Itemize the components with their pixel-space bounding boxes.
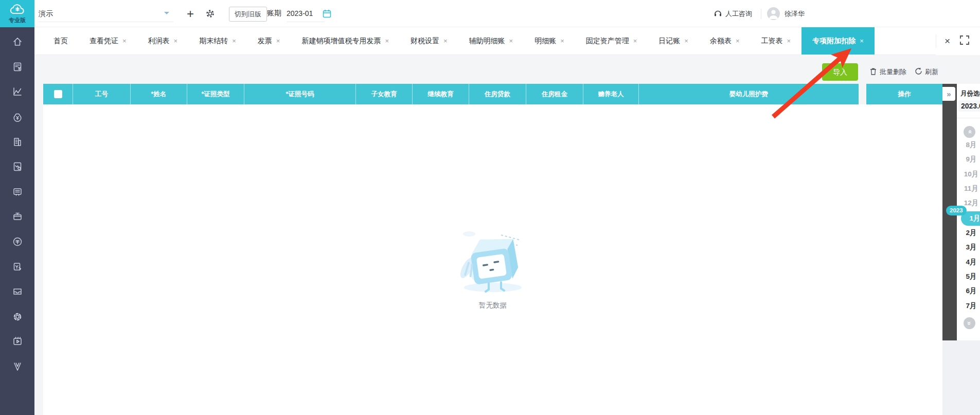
tab-9[interactable]: 固定资产管理× [575,27,648,55]
tab-close-icon[interactable]: × [276,37,280,45]
tab-label: 辅助明细账 [469,37,505,46]
column-header-6: 继续教育 [413,84,469,104]
sidebar-item-funds[interactable] [0,104,34,130]
month-item[interactable]: 3月 [957,242,980,252]
column-action: 操作 [866,84,942,104]
sidebar-item-home[interactable] [0,29,34,55]
select-all-checkbox[interactable] [54,90,62,98]
tab-close-icon[interactable]: × [560,37,564,45]
batch-delete-button[interactable]: 批量删除 [869,65,906,79]
avatar[interactable] [767,7,780,20]
home-icon [11,35,24,48]
month-item[interactable]: 9月 [957,154,980,165]
year-badge: 2023 [946,206,967,215]
month-item[interactable]: 8月 [957,140,980,150]
tab-label: 财税设置 [411,37,439,46]
tab-5[interactable]: 新建销项增值税专用发票× [291,27,400,55]
tab-11[interactable]: 余额表× [699,27,751,55]
v-logo-icon [11,360,24,373]
tab-6[interactable]: 财税设置× [400,27,458,55]
batch-delete-label: 批量删除 [880,67,906,77]
month-item[interactable]: 2月 [957,228,980,238]
refresh-button[interactable]: 刷新 [915,65,938,79]
settings-icon [11,311,24,323]
tab-label: 工资表 [761,37,783,46]
tab-3[interactable]: 期末结转× [188,27,247,55]
support-link[interactable]: 人工咨询 [714,0,752,27]
tutorial-icon [11,335,24,348]
app-logo[interactable]: 专业版 [0,0,34,27]
tab-label: 首页 [54,37,68,46]
chevron-down-icon[interactable] [164,12,169,17]
tab-close-icon[interactable]: × [232,37,236,45]
settings-gear-icon[interactable] [205,0,215,27]
sidebar-item-settings[interactable] [0,304,34,330]
cashier-icon [11,210,24,223]
tab-close-icon[interactable]: × [385,37,389,45]
tab-2[interactable]: 利润表× [137,27,189,55]
user-name[interactable]: 徐泽华 [785,0,805,27]
sidebar-item-voucher[interactable] [0,55,34,80]
tab-4[interactable]: 发票× [247,27,291,55]
sidebar-item-tutorial[interactable] [0,329,34,354]
month-item[interactable]: 5月 [957,272,980,282]
sidebar-item-company[interactable] [0,129,34,154]
fullscreen-icon[interactable] [959,35,970,47]
sidebar: 专业版 [0,0,34,415]
column-header-2: *姓名 [131,84,187,104]
switch-old-version-button[interactable]: 切到旧版 [229,7,267,22]
sidebar-item-v-logo[interactable] [0,354,34,380]
sidebar-item-inbox[interactable] [0,279,34,304]
sidebar-item-cashier[interactable] [0,204,34,229]
tab-8[interactable]: 明细账× [524,27,575,55]
tab-close-icon[interactable]: × [736,37,740,45]
tab-label: 明细账 [534,37,556,46]
collapse-panel-handle[interactable]: » [942,87,955,101]
tab-close-icon[interactable]: × [684,37,688,45]
sidebar-item-reports[interactable] [0,79,34,104]
tab-1[interactable]: 查看凭证× [79,27,137,55]
tab-12[interactable]: 工资表× [751,27,802,55]
tab-close-icon[interactable]: × [787,37,791,45]
company-selector[interactable]: 演示 [39,6,173,22]
import-button[interactable]: 导入 [822,63,858,81]
tab-close-icon[interactable]: × [860,37,864,45]
calendar-icon[interactable] [323,0,331,27]
invoice-icon [11,186,24,198]
period-value-field[interactable]: 2023-01 [287,6,325,22]
month-item[interactable]: 4月 [957,257,980,267]
tab-close-icon[interactable]: × [633,37,637,45]
month-item[interactable]: 11月 [957,184,980,194]
reports-icon [11,85,24,98]
refresh-label: 刷新 [925,67,938,77]
month-item[interactable]: 7月 [957,301,980,311]
tab-controls-divider [936,34,936,48]
tab-close-icon[interactable]: × [509,37,513,45]
month-item[interactable]: 10月 [957,169,980,179]
tab-10[interactable]: 日记账× [648,27,699,55]
month-panel-title: 月份选择 [960,89,980,98]
tab-13[interactable]: 专项附加扣除× [801,27,875,55]
tab-7[interactable]: 辅助明细账× [458,27,524,55]
trash-icon [869,67,877,77]
tab-close-icon[interactable]: × [443,37,448,45]
tab-close-icon[interactable]: × [122,37,127,45]
current-period-field[interactable]: 2023.01 [958,100,980,112]
tab-home[interactable]: 首页 [43,27,79,55]
month-item[interactable]: 6月 [957,286,980,296]
empty-state-text: 暂无数据 [43,301,942,310]
bottom-right-background [942,340,980,415]
close-all-tabs-button[interactable]: × [945,35,950,47]
scroll-months-up-button[interactable]: » [964,126,975,138]
column-header-3: *证照类型 [187,84,244,104]
tab-close-icon[interactable]: × [174,37,178,45]
add-account-set-button[interactable]: + [187,0,194,27]
sidebar-item-invoice[interactable] [0,179,34,205]
sidebar-item-statements[interactable] [0,154,34,179]
tab-label: 查看凭证 [90,37,118,46]
column-header-4: *证照号码 [244,84,356,104]
tab-label: 固定资产管理 [586,37,629,46]
sidebar-item-tax[interactable] [0,229,34,255]
sidebar-item-checkout[interactable] [0,254,34,279]
scroll-months-down-button[interactable]: » [964,317,975,329]
